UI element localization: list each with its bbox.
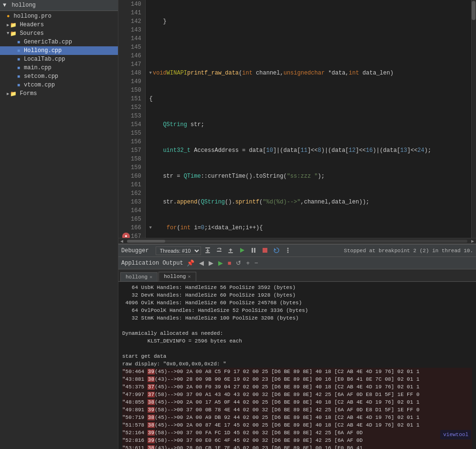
scroll-left-arrow[interactable]: ◀ <box>118 238 125 244</box>
svg-point-11 <box>287 251 288 253</box>
sidebar-item-headers[interactable]: ▶ 📁 Headers <box>0 21 118 29</box>
output-line-20: "52:816 39(58)-->00 37 00 E0 6C 4F 45 02… <box>122 437 472 444</box>
cpp-file-icon-5: ■ <box>17 74 20 79</box>
line-numbers: 140 141 142 143 144 145 146 147 148 149 … <box>118 0 146 238</box>
line-num-149: 149 <box>122 77 141 86</box>
output-line-4: 32 StmK Handles: HandleSize 100 PoolSize… <box>122 314 472 322</box>
forms-folder-icon: 📁 <box>10 91 17 97</box>
code-line-145: uint32_t AccessAddress = data[10]|(data[… <box>149 146 471 155</box>
sidebar-item-hollong[interactable]: ■ Hollong.cpp <box>0 46 118 55</box>
svg-marker-4 <box>240 248 244 253</box>
app-output-restart-button[interactable]: ↺ <box>234 259 243 267</box>
stop-button[interactable] <box>260 246 270 256</box>
line-num-147: 147 <box>122 60 141 69</box>
output-content[interactable]: 64 UsbK Handles: HandleSize 56 PoolSize … <box>118 282 476 449</box>
line-num-145: 145 <box>122 43 141 52</box>
sidebar-item-sources[interactable]: ▼ 📁 Sources <box>0 29 118 38</box>
app-output-nav-left[interactable]: ◀ <box>198 259 205 267</box>
app-output-add-button[interactable]: + <box>244 259 251 267</box>
tab-close-2[interactable]: ✕ <box>188 274 190 279</box>
line-num-160: 160 <box>122 172 141 181</box>
app-output-run-button[interactable]: ▶ <box>217 259 224 267</box>
debugger-toolbar: Debugger Threads: #10 <box>118 245 476 257</box>
app-output-nav-right[interactable]: ▶ <box>207 259 215 267</box>
headers-chevron: ▶ <box>7 22 9 28</box>
output-line-0: 64 UsbK Handles: HandleSize 56 PoolSize … <box>122 284 472 291</box>
sidebar-item-generictab[interactable]: ■ GenericTab.cpp <box>0 38 118 46</box>
highlight-38-5: 38 <box>148 445 155 449</box>
app-output-pin-button[interactable]: 📌 <box>185 259 196 267</box>
app-output-bar: Application Output 📌 ◀ ▶ ▶ ■ ↺ + − <box>118 257 476 269</box>
forms-chevron: ▶ <box>7 91 9 96</box>
editor-scrollbar[interactable] <box>471 0 476 238</box>
output-line-9: start get data <box>122 353 472 360</box>
step-into-button[interactable] <box>203 246 212 256</box>
sidebar-item-localtab[interactable]: ■ LocalTab.cpp <box>0 55 118 64</box>
sidebar-item-vtcom[interactable]: ■ vtcom.cpp <box>0 81 118 89</box>
sidebar-item-project-file[interactable]: ● hollong.pro <box>0 12 118 21</box>
line-num-148: 148 <box>122 69 141 77</box>
pause-button[interactable] <box>249 246 258 256</box>
file-label-localtab: LocalTab.cpp <box>24 56 65 63</box>
debugger-status: Stopped at breakpoint 2 (2) in thread 10… <box>344 248 473 254</box>
output-line-6: Dynamically allocated as needed: <box>122 330 472 337</box>
pro-file-icon: ● <box>7 13 10 19</box>
fold-arrow-142[interactable]: ▼ <box>149 69 152 77</box>
output-line-8 <box>122 345 472 353</box>
code-line-148: ▼ for(int i=0;i<data_len;i++){ <box>149 224 471 232</box>
code-line-141 <box>149 43 471 52</box>
step-out-button[interactable] <box>226 246 235 256</box>
output-line-19: "52:164 39(58)-->00 37 00 FA FC 1D 45 02… <box>122 429 472 437</box>
breakpoint-icon: ● <box>122 233 130 238</box>
code-scroll-area[interactable]: 140 141 142 143 144 145 146 147 148 149 … <box>118 0 476 238</box>
file-label-hollong: Hollong.cpp <box>24 47 62 54</box>
output-tab-hollong-2[interactable]: hollong ✕ <box>159 272 196 281</box>
sidebar-header: ▼ hollong <box>0 0 118 11</box>
app-output-minus-button[interactable]: − <box>253 259 260 267</box>
svg-rect-0 <box>205 247 210 248</box>
fold-arrow-148[interactable]: ▼ <box>149 224 152 232</box>
output-line-5 <box>122 322 472 330</box>
forms-label: Forms <box>20 90 37 97</box>
continue-button[interactable] <box>237 246 247 256</box>
line-num-162: 162 <box>122 189 141 198</box>
line-num-156: 156 <box>122 138 141 146</box>
output-line-3: 64 OvlPoolK Handles: HandleSize 52 PoolS… <box>122 307 472 314</box>
output-tabs: hollong ✕ hollong ✕ <box>118 269 476 282</box>
output-line-13: "45:375 37(45)-->00 2A 00 F0 39 04 27 02… <box>122 383 472 391</box>
code-line-142: ▼void WINAPI printf_raw_data(int channel… <box>149 69 471 77</box>
headers-label: Headers <box>20 21 43 28</box>
editor-scrollbar-thumb[interactable] <box>472 1 476 20</box>
tab-close-1[interactable]: ✕ <box>149 274 152 280</box>
project-title: hollong <box>11 2 35 9</box>
restart-button[interactable] <box>272 246 281 256</box>
scroll-right-arrow[interactable]: ▶ <box>469 238 476 244</box>
threads-dropdown[interactable]: Threads: #10 <box>156 246 201 255</box>
more-button[interactable] <box>283 246 293 256</box>
sidebar-item-forms[interactable]: ▶ 📁 Forms <box>0 89 118 98</box>
output-line-21: "53:611 38(43)-->00 28 00 CB 1E 7E 45 02… <box>122 444 472 449</box>
output-tab-hollong-1[interactable]: hollong ✕ <box>120 272 158 281</box>
svg-rect-1 <box>205 252 210 253</box>
line-num-161: 161 <box>122 181 141 189</box>
file-label-setcom: setcom.cpp <box>24 73 58 80</box>
code-content[interactable]: } ▼void WINAPI printf_raw_data(int chann… <box>146 0 471 238</box>
code-line-140: } <box>149 17 471 26</box>
svg-rect-2 <box>217 251 222 252</box>
line-num-155: 155 <box>122 129 141 138</box>
sources-label: Sources <box>20 30 43 37</box>
highlight-39-1: 39 <box>148 369 155 374</box>
app-output-stop-button[interactable]: ■ <box>226 259 233 267</box>
line-num-157: 157 <box>122 146 141 155</box>
horizontal-scrollbar[interactable]: ◀ ▶ <box>118 238 476 244</box>
output-line-10: raw display: "0x0,0x0,0x0,0x2d: " <box>122 360 472 368</box>
line-num-146: 146 <box>122 52 141 60</box>
code-editor: 140 141 142 143 144 145 146 147 148 149 … <box>118 0 476 244</box>
sidebar-item-main[interactable]: ■ main.cpp <box>0 64 118 72</box>
line-num-150: 150 <box>122 86 141 95</box>
step-over-button[interactable] <box>214 246 224 256</box>
output-line-11: "50:464 39(45)-->00 2A 00 A8 C5 F9 17 02… <box>122 368 472 375</box>
sidebar-item-setcom[interactable]: ■ setcom.cpp <box>0 72 118 81</box>
tab-label-2: hollong <box>164 274 186 279</box>
sidebar: ▼ hollong ● hollong.pro ▶ 📁 Headers ▼ 📁 … <box>0 0 118 449</box>
